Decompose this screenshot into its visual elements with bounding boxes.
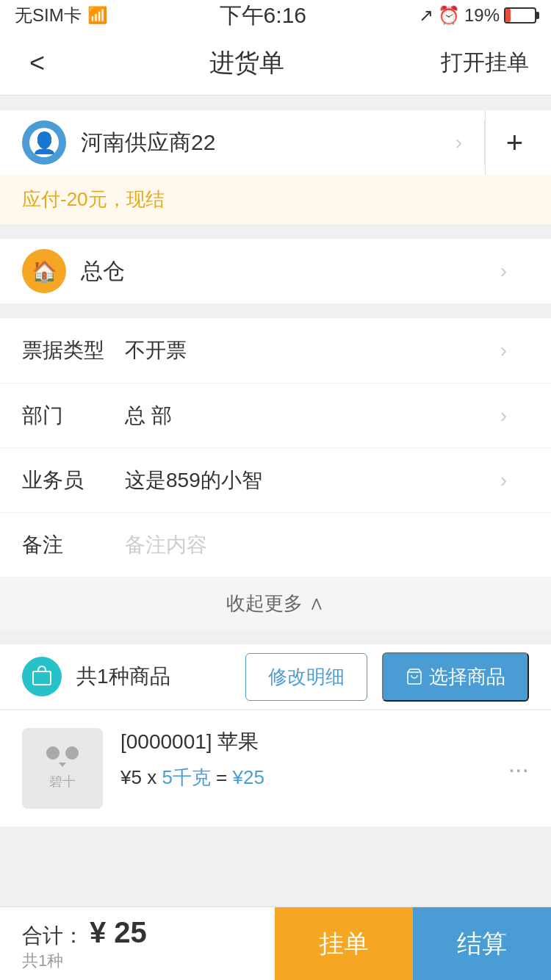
product-code: [0000001] — [120, 730, 217, 753]
svg-rect-0 — [33, 671, 51, 685]
total-sub: 共1种 — [22, 950, 253, 972]
owl-eye-left — [46, 746, 60, 760]
product-item: 碧十 [0000001] 苹果 ¥5 x 5千克 = ¥25 ··· — [0, 710, 551, 826]
salesperson-value: 这是859的小智 — [125, 466, 500, 494]
total-label-row: 合计： ¥ 25 — [22, 916, 253, 950]
battery-percent: 19% — [464, 5, 500, 26]
checkout-button[interactable]: 结算 — [413, 907, 551, 980]
warehouse-icon: 🏠 — [22, 249, 66, 293]
open-pending-button[interactable]: 打开挂单 — [441, 48, 529, 78]
product-name: [0000001] 苹果 — [120, 728, 491, 756]
collapse-label: 收起更多 ∧ — [226, 591, 324, 616]
quantity-value: 5千克 — [162, 766, 210, 788]
collapse-button[interactable]: 收起更多 ∧ — [0, 577, 551, 630]
product-info: [0000001] 苹果 ¥5 x 5千克 = ¥25 — [120, 728, 491, 790]
battery-icon — [504, 7, 536, 24]
total-label-text: 合计： — [22, 922, 84, 950]
cart-icon — [406, 668, 423, 685]
status-bar: 无SIM卡 📶 下午6:16 ↗ ⏰ 19% — [0, 0, 551, 31]
warehouse-row[interactable]: 🏠 总仓 › — [0, 239, 551, 303]
department-label: 部门 — [22, 402, 110, 430]
remark-input[interactable]: 备注内容 — [125, 531, 529, 559]
supplier-row[interactable]: 👤 河南供应商22 › + — [0, 110, 551, 175]
select-product-label: 选择商品 — [429, 664, 505, 690]
section-gap-4 — [0, 630, 551, 644]
avatar-icon: 👤 — [32, 131, 57, 155]
back-button[interactable]: < — [22, 40, 52, 86]
department-value: 总 部 — [125, 402, 500, 430]
total-area: 合计： ¥ 25 共1种 — [0, 907, 275, 980]
remark-row[interactable]: 备注 备注内容 — [0, 512, 551, 577]
owl-beak — [59, 763, 66, 767]
invoice-value: 不开票 — [125, 336, 500, 364]
section-gap-1 — [0, 96, 551, 110]
owl-eyes — [46, 746, 79, 760]
total-value: ¥25 — [233, 766, 264, 788]
remark-label: 备注 — [22, 531, 110, 559]
alarm-icon: ⏰ — [438, 5, 460, 26]
product-header: 共1种商品 修改明细 选择商品 — [0, 644, 551, 709]
logo-text: 碧十 — [49, 773, 76, 790]
owl-eye-right — [65, 746, 79, 760]
product-count: 共1种商品 — [76, 663, 231, 691]
status-bar-left: 无SIM卡 📶 — [15, 4, 107, 27]
bottom-spacer — [0, 826, 551, 915]
section-gap-2 — [0, 224, 551, 239]
status-time: 下午6:16 — [220, 1, 306, 31]
department-row[interactable]: 部门 总 部 › — [0, 383, 551, 447]
total-amount: ¥ 25 — [90, 916, 147, 949]
salesperson-label: 业务员 — [22, 466, 110, 494]
warehouse-chevron-icon: › — [500, 259, 507, 283]
salesperson-chevron-icon: › — [500, 469, 507, 492]
invoice-row[interactable]: 票据类型 不开票 › — [0, 318, 551, 383]
supplier-section: 👤 河南供应商22 › + 应付-20元，现结 — [0, 110, 551, 224]
equals-sign: = — [216, 766, 232, 788]
product-header-icon — [22, 657, 62, 696]
section-gap-3 — [0, 303, 551, 318]
invoice-chevron-icon: › — [500, 339, 507, 362]
supplier-avatar: 👤 — [22, 120, 66, 165]
supplier-chevron-icon: › — [455, 131, 462, 154]
alert-banner: 应付-20元，现结 — [0, 175, 551, 224]
wifi-icon: 📶 — [87, 6, 107, 25]
page-title: 进货单 — [209, 46, 284, 80]
bottom-bar: 合计： ¥ 25 共1种 挂单 结算 — [0, 907, 551, 980]
invoice-label: 票据类型 — [22, 336, 110, 364]
product-price: ¥5 x 5千克 = ¥25 — [120, 765, 491, 790]
form-section: 票据类型 不开票 › 部门 总 部 › 业务员 这是859的小智 › 备注 备注… — [0, 318, 551, 577]
warehouse-name: 总仓 — [81, 256, 500, 287]
supplier-name: 河南供应商22 — [81, 128, 455, 158]
product-more-button[interactable]: ··· — [508, 754, 529, 783]
warehouse-section: 🏠 总仓 › — [0, 239, 551, 303]
select-product-button[interactable]: 选择商品 — [382, 652, 529, 702]
avatar-inner: 👤 — [29, 128, 59, 157]
salesperson-row[interactable]: 业务员 这是859的小智 › — [0, 447, 551, 512]
edit-detail-button[interactable]: 修改明细 — [245, 653, 367, 701]
department-chevron-icon: › — [500, 404, 507, 428]
product-logo: 碧十 — [46, 746, 79, 790]
price-value: ¥5 x — [120, 766, 162, 788]
location-icon: ↗ — [419, 5, 433, 26]
hang-button[interactable]: 挂单 — [275, 907, 413, 980]
alert-text: 应付-20元，现结 — [22, 188, 165, 210]
product-title: 苹果 — [217, 730, 259, 753]
battery-fill — [505, 9, 511, 22]
carrier-label: 无SIM卡 — [15, 4, 82, 27]
status-bar-right: ↗ ⏰ 19% — [419, 5, 536, 26]
nav-bar: < 进货单 打开挂单 — [0, 31, 551, 96]
product-thumbnail: 碧十 — [22, 728, 103, 809]
add-supplier-button[interactable]: + — [485, 110, 529, 175]
